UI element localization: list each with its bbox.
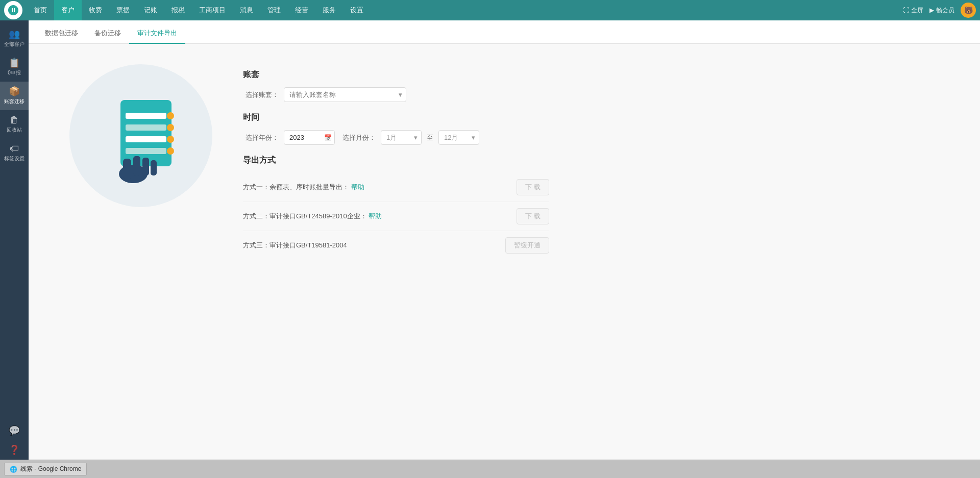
- sidebar-item-recycle[interactable]: 🗑 回收站: [0, 110, 29, 139]
- method-3-text: 方式三：审计接口GB/T19581-2004: [243, 241, 347, 250]
- top-nav: 首页 客户 收费 票据 记账 报税 工商项目 消息 管理 经营 服务 设置 ⛶ …: [0, 0, 980, 20]
- svg-rect-3: [126, 136, 166, 142]
- taskbar: 🌐 线索 - Google Chrome: [0, 460, 980, 478]
- taskbar-label: 线索 - Google Chrome: [20, 465, 81, 473]
- method-3-open-button[interactable]: 暂缓开通: [505, 237, 549, 254]
- export-container: 账套 选择账套： ▾ 时间 选择年份： 📅: [39, 54, 970, 270]
- nav-messages[interactable]: 消息: [233, 0, 260, 20]
- fullscreen-button[interactable]: ⛶ 全屏: [903, 6, 923, 15]
- help-icon: ❓: [9, 445, 20, 455]
- account-form-row: 选择账套： ▾: [243, 87, 549, 102]
- nav-customer[interactable]: 客户: [54, 0, 82, 20]
- trash-icon: 🗑: [10, 115, 19, 124]
- sidebar-label-zero-declare: 0申报: [8, 69, 21, 77]
- svg-rect-12: [142, 158, 149, 175]
- sidebar-label-all-customers: 全部客户: [4, 41, 24, 48]
- method-2-text: 方式二：审计接口GB/T24589-2010企业： 帮助: [243, 212, 382, 221]
- method-2-help-link[interactable]: 帮助: [369, 212, 382, 220]
- sidebar-label-tag-settings: 标签设置: [4, 155, 24, 162]
- year-label: 选择年份：: [243, 133, 279, 142]
- sidebar: 👥 全部客户 📋 0申报 📦 账套迁移 🗑 回收站 🏷 标签设置 💬 ❓: [0, 20, 29, 460]
- nav-home[interactable]: 首页: [27, 0, 54, 20]
- sidebar-bottom: 💬 ❓: [0, 421, 29, 460]
- svg-point-6: [167, 124, 174, 131]
- fullscreen-icon: ⛶: [903, 7, 909, 14]
- main-layout: 👥 全部客户 📋 0申报 📦 账套迁移 🗑 回收站 🏷 标签设置 💬 ❓: [0, 20, 980, 460]
- taskbar-chrome-item[interactable]: 🌐 线索 - Google Chrome: [4, 463, 87, 475]
- svg-rect-2: [126, 124, 166, 131]
- month-from-select[interactable]: 1月 2月 3月 4月 5月 6月 7月 8月 9月 10月 11月: [381, 130, 422, 145]
- illustration: [69, 64, 212, 207]
- account-select-wrapper: ▾: [284, 87, 406, 102]
- svg-point-5: [167, 112, 174, 119]
- vip-button[interactable]: ▶ 畅会员: [929, 6, 954, 15]
- nav-right: ⛶ 全屏 ▶ 畅会员 🐻: [903, 3, 976, 18]
- tab-backup-migrate[interactable]: 备份迁移: [86, 23, 129, 44]
- logo: [4, 1, 22, 19]
- nav-admin[interactable]: 管理: [260, 0, 288, 20]
- export-method-2: 方式二：审计接口GB/T24589-2010企业： 帮助 下 载: [243, 202, 549, 231]
- sidebar-item-tag-settings[interactable]: 🏷 标签设置: [0, 139, 29, 167]
- sidebar-label-account-migrate: 账套迁移: [4, 98, 24, 105]
- sidebar-item-all-customers[interactable]: 👥 全部客户: [0, 24, 29, 53]
- sidebar-item-message[interactable]: 💬: [0, 421, 29, 440]
- tab-audit-export[interactable]: 审计文件导出: [129, 23, 185, 44]
- declare-icon: 📋: [9, 58, 20, 67]
- nav-billing[interactable]: 收费: [82, 0, 109, 20]
- method-1-help-link[interactable]: 帮助: [351, 183, 364, 191]
- time-section-title: 时间: [243, 112, 549, 123]
- migrate-icon: 📦: [9, 87, 20, 96]
- method-1-download-button[interactable]: 下 载: [517, 179, 549, 195]
- avatar[interactable]: 🐻: [961, 3, 976, 18]
- account-label: 选择账套：: [243, 90, 279, 99]
- vip-icon: ▶: [929, 7, 934, 14]
- content-area: 数据包迁移 备份迁移 审计文件导出: [29, 20, 980, 460]
- chrome-icon: 🌐: [10, 466, 17, 473]
- svg-point-8: [167, 147, 174, 155]
- message-icon: 💬: [9, 426, 20, 435]
- form-area: 账套 选择账套： ▾ 时间 选择年份： 📅: [243, 64, 549, 260]
- account-section-title: 账套: [243, 69, 549, 80]
- nav-invoice[interactable]: 票据: [109, 0, 137, 20]
- month-to-select[interactable]: 1月 2月 3月 4月 5月 6月 7月 8月 9月 10月 11月: [438, 130, 479, 145]
- year-input-wrapper: 📅: [284, 130, 335, 145]
- month-to-wrapper: 1月 2月 3月 4月 5月 6月 7月 8月 9月 10月 11月: [438, 130, 479, 145]
- nav-service[interactable]: 服务: [315, 0, 343, 20]
- nav-settings[interactable]: 设置: [343, 0, 371, 20]
- nav-operation[interactable]: 经营: [288, 0, 315, 20]
- month-label: 选择月份：: [340, 133, 376, 142]
- time-form-row: 选择年份： 📅 选择月份： 1月 2月 3月 4月: [243, 130, 549, 145]
- tabs-bar: 数据包迁移 备份迁移 审计文件导出: [29, 20, 980, 44]
- sidebar-item-account-migrate[interactable]: 📦 账套迁移: [0, 82, 29, 110]
- sidebar-label-recycle: 回收站: [7, 127, 22, 134]
- month-from-wrapper: 1月 2月 3月 4月 5月 6月 7月 8月 9月 10月 11月: [381, 130, 422, 145]
- svg-rect-4: [126, 148, 166, 154]
- nav-tax[interactable]: 报税: [164, 0, 192, 20]
- export-method-3: 方式三：审计接口GB/T19581-2004 暂缓开通: [243, 231, 549, 260]
- calendar-icon: 📅: [324, 134, 332, 141]
- svg-rect-11: [133, 156, 140, 175]
- nav-bookkeeping[interactable]: 记账: [137, 0, 164, 20]
- sidebar-item-help[interactable]: ❓: [0, 440, 29, 460]
- time-separator: 至: [427, 133, 433, 142]
- method-1-text: 方式一：余额表、序时账批量导出： 帮助: [243, 183, 364, 192]
- page-content: 账套 选择账套： ▾ 时间 选择年份： 📅: [29, 44, 980, 460]
- svg-rect-13: [151, 160, 157, 175]
- illustration-svg: [95, 85, 187, 187]
- svg-rect-10: [123, 159, 131, 179]
- account-input[interactable]: [284, 87, 406, 102]
- svg-rect-0: [120, 100, 172, 166]
- svg-point-7: [167, 136, 174, 143]
- method-2-download-button[interactable]: 下 载: [517, 208, 549, 224]
- users-icon: 👥: [9, 30, 20, 39]
- tag-icon: 🏷: [10, 144, 19, 153]
- nav-menu: 首页 客户 收费 票据 记账 报税 工商项目 消息 管理 经营 服务 设置: [27, 0, 903, 20]
- svg-rect-1: [126, 113, 166, 119]
- sidebar-item-zero-declare[interactable]: 📋 0申报: [0, 53, 29, 82]
- tab-data-package[interactable]: 数据包迁移: [37, 23, 86, 44]
- nav-business[interactable]: 工商项目: [192, 0, 233, 20]
- export-method-1: 方式一：余额表、序时账批量导出： 帮助 下 载: [243, 173, 549, 202]
- export-section-title: 导出方式: [243, 155, 549, 166]
